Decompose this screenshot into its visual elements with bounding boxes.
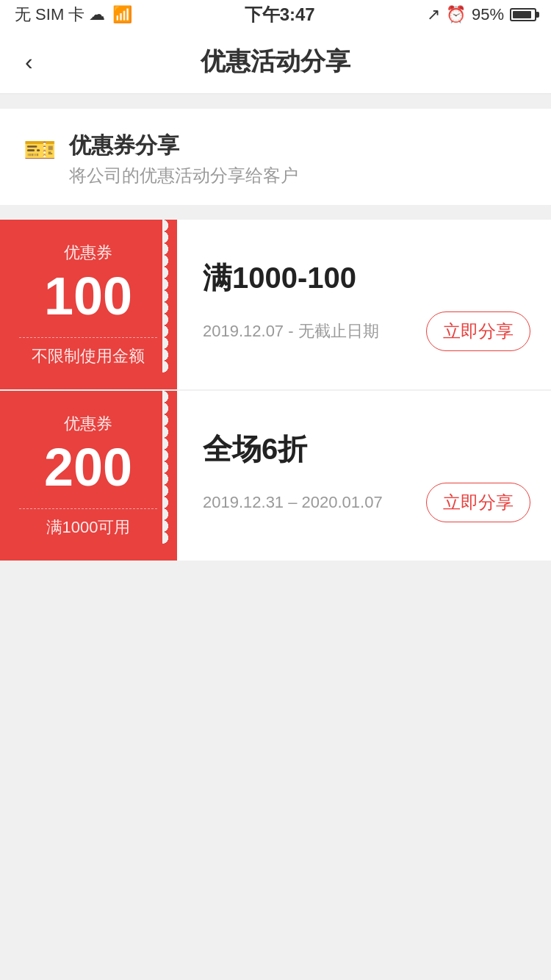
- coupon-right-2: 全场6折 2019.12.31 – 2020.01.07 立即分享: [176, 391, 551, 561]
- section-subtitle: 将公司的优惠活动分享给客户: [69, 164, 298, 187]
- status-time: 下午3:47: [245, 3, 315, 26]
- share-button-2[interactable]: 立即分享: [426, 483, 530, 522]
- coupon-condition-2: 满1000可用: [46, 516, 131, 538]
- section-title: 优惠券分享: [69, 131, 298, 159]
- section-header: 🎫 优惠券分享 将公司的优惠活动分享给客户: [0, 109, 551, 205]
- status-left: 无 SIM 卡 ☁ 📶: [15, 4, 132, 26]
- coupon-right-1: 满1000-100 2019.12.07 - 无截止日期 立即分享: [176, 220, 551, 389]
- coupon-share-icon: 🎫: [22, 132, 57, 167]
- coupon-date-2: 2019.12.31 – 2020.01.07: [203, 493, 383, 512]
- coupon-meta-row-2: 2019.12.31 – 2020.01.07 立即分享: [203, 483, 530, 522]
- coupon-card: 优惠券 100 不限制使用金额 满1000-100 2019.12.07 - 无…: [0, 220, 551, 389]
- sim-label: 无 SIM 卡 ☁: [15, 4, 105, 26]
- status-right: ↗ ⏰ 95%: [427, 5, 536, 24]
- coupon-left-2: 优惠券 200 满1000可用: [0, 391, 176, 561]
- coupon-list: 优惠券 100 不限制使用金额 满1000-100 2019.12.07 - 无…: [0, 220, 551, 562]
- alarm-icon: ⏰: [446, 5, 466, 24]
- coupon-type-label-2: 优惠券: [64, 413, 112, 435]
- section-text-group: 优惠券分享 将公司的优惠活动分享给客户: [69, 131, 298, 187]
- nav-bar: ‹ 优惠活动分享: [0, 29, 551, 94]
- coupon-meta-row-1: 2019.12.07 - 无截止日期 立即分享: [203, 311, 530, 351]
- share-button-1[interactable]: 立即分享: [426, 311, 530, 351]
- coupon-name-1: 满1000-100: [203, 258, 530, 298]
- coupon-name-2: 全场6折: [203, 429, 530, 469]
- wifi-icon: 📶: [112, 5, 132, 24]
- coupon-condition-1: 不限制使用金额: [32, 345, 145, 367]
- coupon-amount-1: 100: [44, 270, 132, 323]
- back-button[interactable]: ‹: [18, 40, 40, 82]
- location-icon: ↗: [427, 5, 440, 24]
- status-bar: 无 SIM 卡 ☁ 📶 下午3:47 ↗ ⏰ 95%: [0, 0, 551, 29]
- battery-percent: 95%: [472, 5, 504, 24]
- page-title: 优惠活动分享: [201, 45, 350, 79]
- coupon-type-label-1: 优惠券: [64, 242, 112, 264]
- coupon-date-1: 2019.12.07 - 无截止日期: [203, 320, 379, 342]
- coupon-amount-2: 200: [44, 441, 132, 494]
- coupon-left-1: 优惠券 100 不限制使用金额: [0, 220, 176, 389]
- battery-icon: [510, 8, 536, 21]
- empty-area: [0, 562, 551, 980]
- coupon-card-2: 优惠券 200 满1000可用 全场6折 2019.12.31 – 2020.0…: [0, 391, 551, 561]
